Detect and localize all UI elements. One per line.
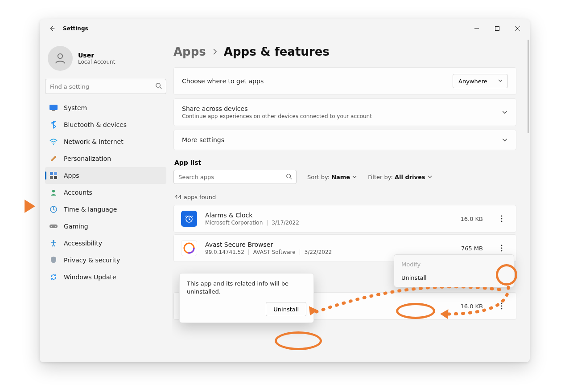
nav-privacy[interactable]: Privacy & security bbox=[45, 252, 166, 269]
nav-update[interactable]: Windows Update bbox=[45, 269, 166, 286]
app-size: 16.0 KB bbox=[460, 216, 483, 222]
nav-label: Apps bbox=[64, 172, 79, 179]
back-button[interactable] bbox=[45, 21, 59, 36]
svg-point-14 bbox=[55, 226, 56, 227]
nav-bluetooth[interactable]: Bluetooth & devices bbox=[45, 116, 166, 133]
svg-point-16 bbox=[287, 174, 291, 178]
filter-value: All drives bbox=[395, 174, 425, 180]
uninstall-button[interactable]: Uninstall bbox=[266, 302, 306, 316]
find-setting-search[interactable] bbox=[45, 79, 166, 94]
profile-block[interactable]: User Local Account bbox=[45, 41, 166, 77]
scrollbar[interactable] bbox=[528, 40, 529, 133]
search-icon bbox=[286, 173, 292, 180]
svg-point-5 bbox=[53, 144, 54, 145]
main-content: Apps Apps & features Choose where to get… bbox=[172, 38, 530, 362]
svg-point-24 bbox=[501, 248, 503, 249]
chevron-down-icon bbox=[352, 174, 357, 180]
globe-clock-icon bbox=[49, 205, 58, 213]
back-arrow-icon bbox=[49, 25, 55, 32]
nav-label: System bbox=[64, 104, 87, 111]
card-more-settings[interactable]: More settings bbox=[173, 130, 516, 150]
sort-by-control[interactable]: Sort by: Name bbox=[307, 174, 357, 180]
chevron-down-icon bbox=[502, 109, 508, 115]
app-publisher: AVAST Software bbox=[253, 249, 296, 255]
svg-point-15 bbox=[53, 240, 54, 242]
breadcrumb-parent[interactable]: Apps bbox=[173, 45, 206, 58]
minimize-button[interactable] bbox=[466, 21, 487, 36]
app-date: 3/22/2022 bbox=[305, 249, 332, 255]
annotation-arrow-apps bbox=[25, 200, 35, 213]
nav-system[interactable]: System bbox=[45, 99, 166, 116]
sidebar: User Local Account System Bluetooth & de… bbox=[40, 38, 172, 362]
nav-personalization[interactable]: Personalization bbox=[45, 150, 166, 167]
nav-label: Accessibility bbox=[64, 240, 102, 247]
filter-by-control[interactable]: Filter by: All drives bbox=[368, 174, 432, 180]
chevron-down-icon bbox=[502, 137, 508, 143]
annotation-arrowhead-2 bbox=[440, 309, 449, 319]
brush-icon bbox=[49, 155, 58, 163]
svg-rect-6 bbox=[50, 172, 53, 175]
uninstall-option[interactable]: Uninstall bbox=[397, 271, 511, 284]
svg-point-25 bbox=[501, 250, 503, 252]
breadcrumb: Apps Apps & features bbox=[173, 45, 516, 58]
card-share-devices[interactable]: Share across devices Continue app experi… bbox=[173, 98, 516, 126]
avatar bbox=[48, 46, 73, 71]
nav-gaming[interactable]: Gaming bbox=[45, 218, 166, 235]
card-title: More settings bbox=[182, 136, 224, 143]
chevron-right-icon bbox=[212, 49, 218, 55]
filter-label: Filter by: bbox=[368, 174, 393, 180]
svg-rect-12 bbox=[49, 225, 58, 228]
app-row-avast: Avast Secure Browser 99.0.14741.52 | AVA… bbox=[173, 234, 516, 262]
apps-count: 44 apps found bbox=[174, 194, 516, 200]
nav-apps[interactable]: Apps bbox=[45, 167, 166, 184]
svg-rect-7 bbox=[54, 172, 57, 175]
app-icon bbox=[181, 240, 197, 256]
svg-point-2 bbox=[156, 83, 160, 87]
nav-label: Personalization bbox=[64, 155, 111, 162]
search-icon bbox=[155, 82, 162, 89]
svg-rect-8 bbox=[50, 176, 53, 179]
profile-name: User bbox=[78, 52, 115, 59]
nav-label: Time & language bbox=[64, 206, 117, 213]
uninstall-confirm-popup: This app and its related info will be un… bbox=[179, 273, 314, 323]
svg-point-23 bbox=[501, 245, 503, 246]
app-size: 765 MB bbox=[461, 245, 483, 252]
app-more-button[interactable] bbox=[495, 212, 509, 226]
settings-window: Settings User Local Account bbox=[40, 19, 530, 362]
more-vertical-icon bbox=[501, 302, 503, 310]
nav-label: Network & internet bbox=[64, 138, 124, 145]
svg-point-28 bbox=[501, 308, 503, 310]
card-title: Share across devices bbox=[182, 105, 372, 112]
confirm-text: This app and its related info will be un… bbox=[187, 280, 306, 296]
person-icon bbox=[49, 188, 58, 196]
wifi-icon bbox=[49, 138, 58, 146]
svg-point-27 bbox=[501, 306, 503, 307]
nav-accessibility[interactable]: Accessibility bbox=[45, 235, 166, 252]
maximize-button[interactable] bbox=[487, 21, 507, 36]
system-icon bbox=[49, 104, 58, 112]
more-vertical-icon bbox=[501, 245, 503, 252]
app-more-button[interactable] bbox=[495, 299, 509, 313]
find-setting-input[interactable] bbox=[45, 79, 166, 94]
accessibility-icon bbox=[49, 239, 58, 247]
search-apps[interactable] bbox=[173, 170, 297, 184]
more-vertical-icon bbox=[501, 215, 503, 222]
app-icon bbox=[181, 211, 197, 227]
app-more-button[interactable] bbox=[495, 241, 509, 255]
chevron-down-icon bbox=[498, 78, 503, 83]
nav-accounts[interactable]: Accounts bbox=[45, 184, 166, 201]
sort-value: Name bbox=[331, 174, 350, 180]
apps-icon bbox=[49, 172, 58, 180]
search-apps-input[interactable] bbox=[173, 170, 297, 184]
nav-network[interactable]: Network & internet bbox=[45, 133, 166, 150]
nav-label: Accounts bbox=[64, 189, 92, 196]
nav-label: Windows Update bbox=[64, 274, 116, 281]
nav-time[interactable]: Time & language bbox=[45, 201, 166, 218]
app-name: Alarms & Clock bbox=[205, 212, 452, 219]
app-source-dropdown[interactable]: Anywhere bbox=[453, 74, 508, 88]
close-button[interactable] bbox=[507, 21, 528, 36]
chevron-down-icon bbox=[427, 174, 433, 180]
profile-sub: Local Account bbox=[78, 59, 115, 65]
app-version: 99.0.14741.52 bbox=[205, 249, 244, 255]
app-publisher: Microsoft Corporation bbox=[205, 220, 263, 226]
